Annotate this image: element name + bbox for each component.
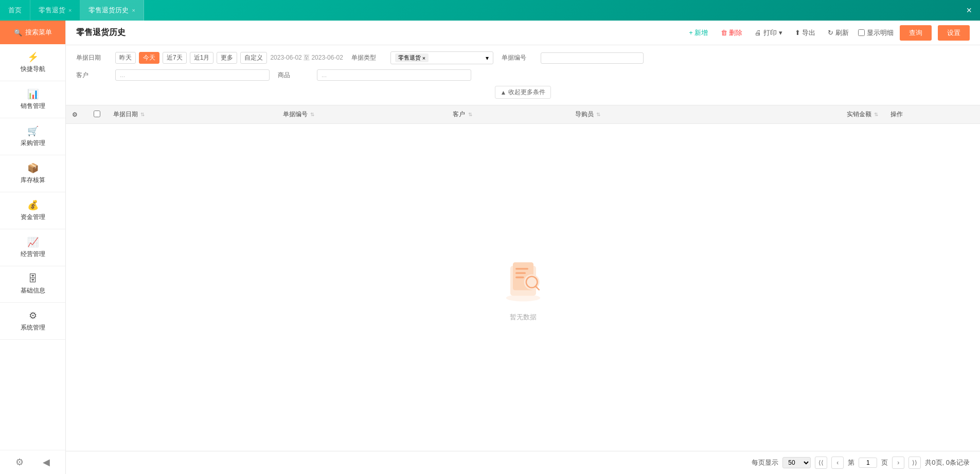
tab-retail-return-history-close[interactable]: × [132, 7, 135, 13]
sort-amount-icon[interactable]: ⇅ [874, 112, 878, 117]
tab-retail-return-history[interactable]: 零售退货历史 × [80, 0, 144, 21]
sidebar-item-system[interactable]: ⚙ 系统管理 [0, 303, 65, 340]
select-all-checkbox[interactable] [94, 111, 100, 117]
date-btn-today[interactable]: 今天 [139, 52, 159, 64]
inventory-icon: 📦 [27, 162, 39, 174]
sidebar-item-finance[interactable]: 💰 资金管理 [0, 192, 65, 229]
page-next-button[interactable]: › [892, 457, 904, 469]
filter-row-2: 客户 ... 商品 ... [76, 69, 970, 81]
tab-retail-return-close[interactable]: × [68, 7, 72, 13]
delete-button-label: 🗑 删除 [721, 28, 743, 38]
th-settings: ⚙ [66, 105, 86, 124]
sidebar-item-operations-label: 经营管理 [21, 250, 45, 259]
export-button-label: ⬆ 导出 [795, 28, 816, 38]
sidebar-item-inventory[interactable]: 📦 库存核算 [0, 155, 65, 192]
type-filter-dropdown-icon: ▾ [486, 54, 489, 62]
page-header: 零售退货历史 + 新增 🗑 删除 🖨 打印 ▾ ⬆ 导出 ↻ 刷新 [66, 21, 980, 45]
table-container: ⚙ 单据日期 ⇅ 单据编号 ⇅ [66, 105, 980, 474]
page-first-button[interactable]: ⟨⟨ [815, 457, 827, 469]
date-range-display: 2023-06-02 至 2023-06-02 [270, 53, 343, 62]
collapse-section: ▲ 收起更多条件 [76, 86, 970, 99]
purchase-icon: 🛒 [27, 125, 39, 137]
show-detail-checkbox-label[interactable]: 显示明细 [858, 28, 894, 38]
sidebar-search[interactable]: 🔍 搜索菜单 [0, 21, 65, 44]
sidebar: 🔍 搜索菜单 ⚡ 快捷导航 📊 销售管理 🛒 采购管理 📦 库存核算 💰 资金管… [0, 21, 66, 474]
sidebar-item-shortcuts-label: 快捷导航 [21, 65, 45, 74]
print-dropdown-icon[interactable]: ▾ [779, 29, 782, 37]
page-size-label: 每页显示 [752, 458, 778, 467]
sidebar-item-purchase[interactable]: 🛒 采购管理 [0, 118, 65, 155]
sidebar-item-shortcuts[interactable]: ⚡ 快捷导航 [0, 44, 65, 81]
refresh-button[interactable]: ↻ 刷新 [825, 26, 852, 40]
new-button[interactable]: + 新增 [686, 26, 711, 40]
page-title: 零售退货历史 [76, 27, 126, 38]
column-settings-icon[interactable]: ⚙ [72, 111, 78, 118]
page-prev-button[interactable]: ‹ [831, 457, 844, 469]
page-size-select[interactable]: 20 50 100 [782, 457, 811, 468]
page-last-button[interactable]: ⟩⟩ [908, 457, 921, 469]
sidebar-item-operations[interactable]: 📈 经营管理 [0, 229, 65, 266]
page-label: 第 [848, 458, 854, 467]
type-filter-select[interactable]: 零售退货 × ▾ [390, 51, 493, 64]
print-button[interactable]: 🖨 打印 ▾ [752, 26, 786, 40]
tab-retail-return-label: 零售退货 [39, 6, 65, 15]
filter-row-1: 单据日期 昨天 今天 近7天 近1月 更多 自定义 2023-06-02 至 2… [76, 51, 970, 64]
customer-filter-placeholder: ... [120, 71, 125, 79]
sidebar-item-finance-label: 资金管理 [21, 213, 45, 222]
main-layout: 🔍 搜索菜单 ⚡ 快捷导航 📊 销售管理 🛒 采购管理 📦 库存核算 💰 资金管… [0, 21, 980, 474]
shortcuts-icon: ⚡ [27, 51, 39, 63]
goods-filter-placeholder: ... [322, 71, 327, 79]
total-info: 共0页, 0条记录 [925, 458, 970, 467]
content-area: 零售退货历史 + 新增 🗑 删除 🖨 打印 ▾ ⬆ 导出 ↻ 刷新 [66, 21, 980, 474]
th-guide: 导购员 ⇅ [569, 105, 715, 124]
sidebar-item-inventory-label: 库存核算 [21, 176, 45, 185]
date-btn-7days[interactable]: 近7天 [163, 52, 187, 64]
date-btn-custom[interactable]: 自定义 [240, 52, 267, 64]
sort-date-icon[interactable]: ⇅ [140, 112, 145, 117]
th-action: 操作 [884, 105, 980, 124]
empty-state-text: 暂无数据 [510, 313, 537, 322]
customer-filter-select[interactable]: ... [115, 69, 270, 81]
search-icon: 🔍 [14, 29, 22, 37]
sidebar-item-system-label: 系统管理 [21, 323, 45, 332]
date-filter-group: 昨天 今天 近7天 近1月 更多 自定义 2023-06-02 至 2023-0… [115, 52, 343, 64]
th-checkbox [86, 105, 107, 124]
page-number-input[interactable] [859, 458, 877, 468]
window-close-button[interactable]: × [958, 0, 980, 21]
settings-button[interactable]: 设置 [938, 25, 970, 41]
sidebar-item-sales-label: 销售管理 [21, 102, 45, 111]
system-icon: ⚙ [29, 310, 37, 321]
goods-filter-select[interactable]: ... [317, 69, 471, 81]
sidebar-settings-icon[interactable]: ⚙ [15, 457, 24, 468]
sort-guide-icon[interactable]: ⇅ [596, 112, 600, 117]
sort-customer-icon[interactable]: ⇅ [468, 112, 472, 117]
date-btn-more[interactable]: 更多 [217, 52, 237, 64]
delete-button[interactable]: 🗑 删除 [718, 26, 746, 40]
show-detail-checkbox[interactable] [858, 29, 865, 36]
sidebar-collapse-icon[interactable]: ◀ [43, 457, 50, 468]
sidebar-search-label: 搜索菜单 [25, 28, 52, 37]
refresh-button-label: ↻ 刷新 [828, 28, 849, 38]
date-btn-yesterday[interactable]: 昨天 [115, 52, 136, 64]
th-number: 单据编号 ⇅ [277, 105, 447, 124]
collapse-up-icon: ▲ [501, 89, 507, 96]
tab-home[interactable]: 首页 [0, 0, 30, 21]
page-unit: 页 [881, 458, 888, 467]
tab-retail-return-history-label: 零售退货历史 [88, 6, 129, 15]
new-button-label: + 新增 [689, 28, 708, 38]
pagination: 每页显示 20 50 100 ⟨⟨ ‹ 第 页 › ⟩⟩ 共0页, 0条记录 [66, 451, 980, 474]
export-button[interactable]: ⬆ 导出 [792, 26, 819, 40]
query-button[interactable]: 查询 [900, 25, 932, 41]
tab-retail-return[interactable]: 零售退货 × [30, 0, 80, 21]
sidebar-item-sales[interactable]: 📊 销售管理 [0, 81, 65, 118]
sort-number-icon[interactable]: ⇅ [310, 112, 314, 117]
tab-home-label: 首页 [8, 6, 22, 15]
collapse-button[interactable]: ▲ 收起更多条件 [495, 86, 551, 99]
type-filter-tag-close[interactable]: × [422, 55, 425, 61]
number-filter-input[interactable] [541, 52, 644, 64]
top-tab-bar: 首页 零售退货 × 零售退货历史 × × [0, 0, 980, 21]
type-filter-tag: 零售退货 × [395, 53, 429, 62]
print-button-label: 🖨 打印 [755, 28, 777, 38]
sidebar-item-basic-info[interactable]: 🗄 基础信息 [0, 266, 65, 303]
date-btn-1month[interactable]: 近1月 [190, 52, 214, 64]
